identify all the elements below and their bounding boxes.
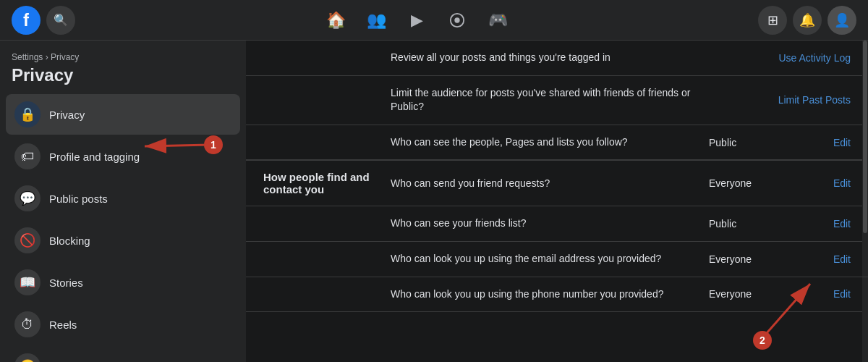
home-nav-button[interactable]: 🏠 <box>318 3 353 38</box>
notifications-button[interactable]: 🔔 <box>793 6 822 35</box>
topnav-left: f 🔍 <box>12 6 75 35</box>
search-button[interactable]: 🔍 <box>46 6 75 35</box>
settings-row-email-lookup: Who can look you up using the email addr… <box>246 242 868 277</box>
breadcrumb: Settings › Privacy <box>6 52 240 62</box>
stories-icon: 📖 <box>14 269 41 295</box>
svg-point-1 <box>454 17 459 22</box>
row-question-friends-list: Who can see your friends list? <box>391 216 697 231</box>
friends-nav-button[interactable]: 👥 <box>359 3 393 38</box>
main-layout: Settings › Privacy Privacy 🔒 Privacy 🏷 P… <box>0 41 868 362</box>
user-avatar[interactable]: 👤 <box>827 6 856 35</box>
blocking-icon: 🚫 <box>14 227 41 253</box>
settings-row-friend-requests: How people find and contact you Who can … <box>246 160 868 206</box>
topnav-right: ⊞ 🔔 👤 <box>758 6 856 35</box>
settings-row-phone-lookup: Who can look you up using the phone numb… <box>246 277 868 313</box>
row-action-limit-past: Limit Past Posts <box>778 94 851 106</box>
row-value-friend-requests: Everyone <box>709 177 767 189</box>
breadcrumb-current: Privacy <box>51 52 79 62</box>
edit-friend-requests-link[interactable]: Edit <box>833 177 851 189</box>
edit-phone-lookup-link[interactable]: Edit <box>833 288 851 300</box>
row-value-email-lookup: Everyone <box>709 253 767 265</box>
facebook-logo[interactable]: f <box>12 6 41 35</box>
sidebar-label-public-posts: Public posts <box>49 193 108 205</box>
breadcrumb-separator: › <box>43 52 51 62</box>
settings-sidebar: Settings › Privacy Privacy 🔒 Privacy 🏷 P… <box>0 41 246 362</box>
sidebar-label-profile-tagging: Profile and tagging <box>49 151 140 163</box>
sidebar-item-public-posts[interactable]: 💬 Public posts <box>6 178 240 219</box>
profile-tagging-icon: 🏷 <box>14 143 41 169</box>
grid-menu-button[interactable]: ⊞ <box>758 6 787 35</box>
sidebar-item-reels[interactable]: ⏱ Reels <box>6 304 240 345</box>
sidebar-label-stories: Stories <box>49 277 83 289</box>
groups-nav-button[interactable] <box>440 3 475 38</box>
settings-row-follow: Who can see the people, Pages and lists … <box>246 125 868 161</box>
top-navigation: f 🔍 🏠 👥 ▶ 🎮 ⊞ 🔔 👤 <box>0 0 868 41</box>
sidebar-item-blocking[interactable]: 🚫 Blocking <box>6 220 240 261</box>
edit-friends-list-link[interactable]: Edit <box>833 218 851 230</box>
section-name-find-contact: How people find and contact you <box>263 171 379 195</box>
row-value-phone-lookup: Everyone <box>709 288 767 300</box>
video-nav-button[interactable]: ▶ <box>399 3 434 38</box>
sidebar-item-privacy[interactable]: 🔒 Privacy <box>6 94 240 135</box>
row-value-friends-list: Public <box>709 218 767 230</box>
row-question-phone-lookup: Who can look you up using the phone numb… <box>391 287 697 302</box>
sidebar-label-reels: Reels <box>49 319 77 331</box>
row-value-follow: Public <box>709 137 767 148</box>
row-action-email-lookup: Edit <box>778 253 851 265</box>
row-question-email-lookup: Who can look you up using the email addr… <box>391 252 697 266</box>
gaming-nav-button[interactable]: 🎮 <box>480 3 515 38</box>
row-action-follow: Edit <box>778 137 851 148</box>
row-action-activity-log: Use Activity Log <box>778 52 851 64</box>
content-area: Review all your posts and things you're … <box>246 41 868 362</box>
row-action-friend-requests: Edit <box>778 177 851 189</box>
settings-row-activity-log: Review all your posts and things you're … <box>246 41 868 76</box>
limit-past-posts-link[interactable]: Limit Past Posts <box>778 94 851 106</box>
row-action-friends-list: Edit <box>778 218 851 230</box>
row-action-phone-lookup: Edit <box>778 288 851 300</box>
sidebar-label-blocking: Blocking <box>49 235 90 247</box>
row-question-follow: Who can see the people, Pages and lists … <box>391 135 697 150</box>
reaction-icon: 😊 <box>14 353 41 362</box>
sidebar-item-reaction-preferences[interactable]: 😊 Reaction preferences <box>6 346 240 362</box>
edit-follow-link[interactable]: Edit <box>833 137 851 148</box>
sidebar-item-stories[interactable]: 📖 Stories <box>6 262 240 303</box>
row-question-friend-requests: Who can send you friend requests? <box>391 177 697 191</box>
settings-row-friends-list: Who can see your friends list? Public Ed… <box>246 206 868 242</box>
topnav-center: 🏠 👥 ▶ 🎮 <box>318 3 515 38</box>
settings-row-limit-past-posts: Limit the audience for posts you've shar… <box>246 76 868 125</box>
row-question-activity-log: Review all your posts and things you're … <box>391 51 697 65</box>
sidebar-label-privacy: Privacy <box>49 109 85 121</box>
scrollbar-thumb <box>863 41 867 233</box>
breadcrumb-parent: Settings <box>12 52 43 62</box>
edit-email-lookup-link[interactable]: Edit <box>833 253 851 265</box>
public-posts-icon: 💬 <box>14 185 41 211</box>
sidebar-title: Privacy <box>6 65 240 85</box>
privacy-icon: 🔒 <box>14 101 41 127</box>
use-activity-log-link[interactable]: Use Activity Log <box>778 52 851 64</box>
row-question-limit-past: Limit the audience for posts you've shar… <box>391 86 697 114</box>
reels-icon: ⏱ <box>14 311 41 337</box>
sidebar-item-profile-tagging[interactable]: 🏷 Profile and tagging 1 <box>6 136 240 177</box>
